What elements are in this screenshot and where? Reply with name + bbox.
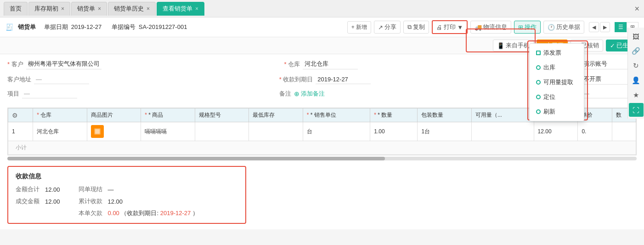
doc-type-label: 销货单	[18, 23, 36, 31]
add-invoice-icon	[536, 51, 541, 55]
col-available: 可用量（...	[471, 108, 534, 122]
tab-inventory-init[interactable]: 库存期初 ×	[28, 2, 70, 16]
cell-qty: 1.00	[370, 122, 418, 141]
doc-type-icon: 🧾	[6, 23, 13, 31]
plus-icon: ⊕	[294, 90, 299, 97]
copy-button[interactable]: ⧉ 复制	[403, 21, 429, 34]
list-view-btn[interactable]: ☰	[615, 22, 627, 32]
col-settings[interactable]: ⚙	[8, 108, 33, 122]
payment-date-label: 收款到期日	[279, 75, 313, 84]
prev-arrow[interactable]: ◀	[589, 22, 599, 32]
col-product: * 商品	[141, 108, 195, 122]
available-qty-icon	[536, 80, 541, 85]
print-button[interactable]: 🖨 打印 ▼	[432, 20, 468, 34]
col-qty: * 数量	[370, 108, 418, 122]
total-amount-row: 金额合计 12.00	[16, 185, 60, 194]
sidebar-star-icon[interactable]: ★	[629, 88, 644, 102]
cell-available	[471, 122, 534, 141]
grid-icon: ⊞	[518, 24, 523, 31]
warehouse-value[interactable]: 河北仓库	[303, 59, 358, 69]
close-tab-sales[interactable]: ×	[98, 6, 101, 12]
customer-field: 客户 柳州粤港平安气体有限公司	[7, 59, 275, 69]
tab-sales[interactable]: 销货单 ×	[71, 2, 107, 16]
same-order-row: 同单现结 —	[79, 185, 198, 194]
doc-toolbar: 🧾 销货单 单据日期 2019-12-27 单据编号 SA-20191227-0…	[0, 17, 644, 37]
cell-stock: 12.00	[534, 122, 578, 141]
cell-warehouse: 河北仓库	[33, 122, 87, 141]
close-tab-sales-history[interactable]: ×	[147, 6, 150, 12]
copy-icon: ⧉	[407, 23, 412, 31]
cell-unit: 台	[303, 122, 370, 141]
share-button[interactable]: ↗ 分享	[374, 21, 401, 34]
from-phone-button[interactable]: 📱 来自手机	[493, 40, 534, 51]
close-tab-view-sales[interactable]: ×	[195, 6, 198, 12]
current-debt-value: 0.00 （收款到期日: 2019-12-27 ）	[108, 209, 198, 217]
payment-date-field: 收款到期日 2019-12-27	[279, 75, 542, 84]
payment-rows: 金额合计 12.00 成交金额 12.00 同单现结 —	[16, 185, 238, 217]
print-icon: 🖨	[436, 24, 442, 31]
trade-amount-value: 12.00	[45, 198, 60, 205]
sidebar-user-icon[interactable]: 👤	[629, 74, 644, 87]
nav-arrows: ◀ ▶	[589, 22, 610, 32]
history-icon: 🕐	[548, 24, 555, 31]
customer-value[interactable]: 柳州粤港平安气体有限公司	[26, 59, 102, 69]
cell-min-stock	[249, 122, 303, 141]
tab-bar: 首页 库存期初 × 销货单 × 销货单历史 × 查看销货单 × ×	[0, 0, 644, 17]
total-amount-label: 金额合计	[16, 185, 40, 194]
print-dropdown-arrow: ▼	[457, 24, 463, 31]
add-note-button[interactable]: ⊕ 添加备注	[294, 90, 325, 98]
dropdown-outbound[interactable]: 出库	[530, 60, 584, 75]
dropdown-available-qty[interactable]: 可用量提取	[530, 75, 584, 90]
col-unit: * 销售单位	[303, 108, 370, 122]
warehouse-field: 仓库 河北仓库	[284, 59, 552, 69]
note-field: 备注 ⊕ 添加备注	[279, 90, 542, 98]
payment-info-title: 收款信息	[16, 172, 238, 181]
same-order-label: 同单现结	[79, 185, 102, 194]
cell-product: 嗝嗝嗝嗝	[141, 122, 195, 141]
dropdown-add-invoice[interactable]: 添发票	[530, 46, 584, 60]
trade-amount-label: 成交金额	[16, 197, 40, 205]
payment-info-box: 收款信息 金额合计 12.00 成交金额 12.00	[7, 166, 246, 224]
tab-sales-history[interactable]: 销货单历史 ×	[108, 2, 156, 16]
payment-date-value[interactable]: 2019-12-27	[316, 75, 371, 84]
window-close-button[interactable]: ×	[634, 4, 639, 13]
address-value[interactable]: —	[34, 75, 89, 84]
current-debt-label: 本单欠款	[79, 209, 102, 217]
truck-icon: 🚚	[475, 24, 482, 31]
tab-home[interactable]: 首页	[4, 2, 28, 16]
valid-icon: ✓	[610, 42, 615, 49]
cumulative-row: 累计收款 12.00	[79, 197, 198, 205]
close-tab-inventory[interactable]: ×	[61, 6, 64, 12]
operate-dropdown: 添发票 出库 可用量提取 定位 刷新	[529, 43, 584, 121]
sidebar-refresh-icon[interactable]: ↻	[629, 59, 644, 73]
col-min-stock: 最低库存	[249, 108, 303, 122]
outbound-icon	[536, 65, 541, 70]
settings-icon[interactable]: ⚙	[12, 112, 18, 119]
customer-label: 客户	[7, 60, 23, 68]
horizontal-scrollbar[interactable]	[7, 157, 637, 160]
cell-pack-qty: 1台	[418, 122, 472, 141]
next-arrow[interactable]: ▶	[600, 22, 610, 32]
history-button[interactable]: 🕐 历史单据	[543, 21, 584, 34]
warehouse-label: 仓库	[284, 60, 300, 68]
tab-view-sales[interactable]: 查看销货单 ×	[157, 2, 204, 16]
sidebar-expand-icon[interactable]: ⛶	[629, 103, 644, 117]
logistics-button[interactable]: 🚚 物流信息	[470, 21, 511, 34]
doc-date-label: 单据日期 2019-12-27	[44, 23, 102, 31]
project-value[interactable]: —	[22, 89, 77, 98]
dropdown-refresh[interactable]: 刷新	[530, 104, 584, 119]
add-button[interactable]: + 新增	[347, 21, 371, 34]
sidebar-image-icon[interactable]: 🖼	[629, 29, 644, 43]
cumulative-label: 累计收款	[79, 197, 102, 205]
current-debt-row: 本单欠款 0.00 （收款到期日: 2019-12-27 ）	[79, 209, 198, 217]
sidebar-link-icon[interactable]: 🔗	[629, 44, 644, 58]
cell-amount	[612, 122, 636, 141]
dropdown-locate[interactable]: 定位	[530, 90, 584, 104]
project-label: 项目	[7, 90, 19, 98]
operate-button[interactable]: ⊞ 操作	[514, 21, 541, 34]
cell-image	[87, 122, 141, 141]
total-amount-value: 12.00	[45, 186, 60, 193]
col-pack-qty: 包装数量	[418, 108, 472, 122]
trade-amount-row: 成交金额 12.00	[16, 197, 60, 205]
col-spec: 规格型号	[195, 108, 249, 122]
